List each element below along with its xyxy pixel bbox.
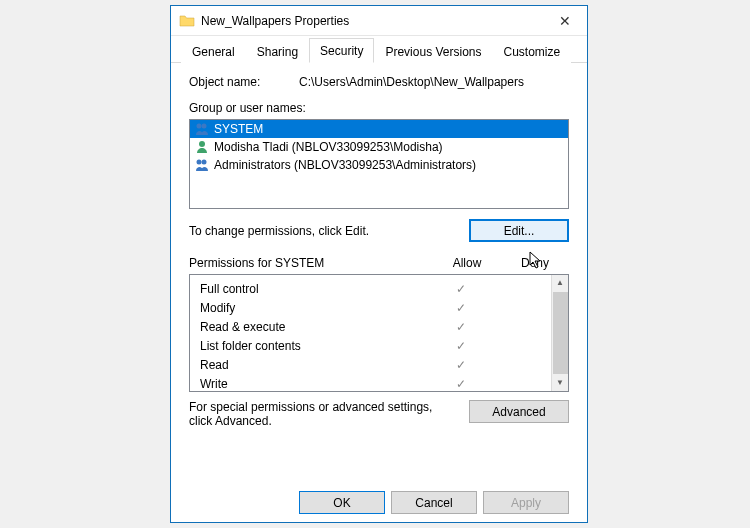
check-icon: ✓ xyxy=(456,301,466,315)
dialog-footer: OK Cancel Apply xyxy=(171,491,587,514)
user-icon xyxy=(194,139,210,155)
folder-icon xyxy=(179,13,195,29)
tab-security[interactable]: Security xyxy=(309,38,374,63)
permissions-header: Permissions for SYSTEM Allow Deny xyxy=(189,256,569,270)
group-item-administrators[interactable]: Administrators (NBLOV33099253\Administra… xyxy=(190,156,568,174)
permission-name: List folder contents xyxy=(200,339,431,353)
allow-cell: ✓ xyxy=(431,377,491,391)
permissions-listbox: Full control ✓ Modify ✓ Read & execute ✓… xyxy=(189,274,569,392)
permission-row: Modify ✓ xyxy=(190,298,551,317)
svg-point-2 xyxy=(199,141,205,147)
permission-name: Read xyxy=(200,358,431,372)
svg-point-4 xyxy=(202,160,207,165)
group-item-label: SYSTEM xyxy=(214,122,263,136)
tabs: General Sharing Security Previous Versio… xyxy=(171,36,587,63)
object-name-value: C:\Users\Admin\Desktop\New_Wallpapers xyxy=(299,75,524,89)
edit-hint: To change permissions, click Edit. xyxy=(189,224,369,238)
ok-button[interactable]: OK xyxy=(299,491,385,514)
permission-row: List folder contents ✓ xyxy=(190,336,551,355)
titlebar: New_Wallpapers Properties ✕ xyxy=(171,6,587,36)
edit-button[interactable]: Edit... xyxy=(469,219,569,242)
edit-row: To change permissions, click Edit. Edit.… xyxy=(189,219,569,242)
permission-name: Read & execute xyxy=(200,320,431,334)
apply-button[interactable]: Apply xyxy=(483,491,569,514)
permission-row: Write ✓ xyxy=(190,374,551,391)
group-icon xyxy=(194,121,210,137)
advanced-row: For special permissions or advanced sett… xyxy=(189,400,569,428)
group-icon xyxy=(194,157,210,173)
chevron-up-icon[interactable]: ▲ xyxy=(556,275,564,291)
permission-row: Full control ✓ xyxy=(190,279,551,298)
permissions-list[interactable]: Full control ✓ Modify ✓ Read & execute ✓… xyxy=(190,275,551,391)
group-item-system[interactable]: SYSTEM xyxy=(190,120,568,138)
properties-window: New_Wallpapers Properties ✕ General Shar… xyxy=(170,5,588,523)
svg-point-3 xyxy=(197,160,202,165)
check-icon: ✓ xyxy=(456,320,466,334)
permission-row: Read ✓ xyxy=(190,355,551,374)
check-icon: ✓ xyxy=(456,358,466,372)
chevron-down-icon[interactable]: ▼ xyxy=(556,375,564,391)
svg-point-0 xyxy=(197,124,202,129)
advanced-button[interactable]: Advanced xyxy=(469,400,569,423)
object-name-row: Object name: C:\Users\Admin\Desktop\New_… xyxy=(189,75,569,89)
close-button[interactable]: ✕ xyxy=(543,6,587,36)
security-panel: Object name: C:\Users\Admin\Desktop\New_… xyxy=(171,63,587,436)
check-icon: ✓ xyxy=(456,339,466,353)
object-name-label: Object name: xyxy=(189,75,299,89)
advanced-hint: For special permissions or advanced sett… xyxy=(189,400,459,428)
group-item-label: Modisha Tladi (NBLOV33099253\Modisha) xyxy=(214,140,443,154)
allow-cell: ✓ xyxy=(431,282,491,296)
column-allow: Allow xyxy=(433,256,501,270)
permission-name: Write xyxy=(200,377,431,391)
tab-customize[interactable]: Customize xyxy=(492,39,571,63)
allow-cell: ✓ xyxy=(431,301,491,315)
allow-cell: ✓ xyxy=(431,358,491,372)
permissions-for-label: Permissions for SYSTEM xyxy=(189,256,433,270)
column-deny: Deny xyxy=(501,256,569,270)
permission-row: Read & execute ✓ xyxy=(190,317,551,336)
groups-label: Group or user names: xyxy=(189,101,569,115)
cancel-button[interactable]: Cancel xyxy=(391,491,477,514)
permission-name: Full control xyxy=(200,282,431,296)
group-item-user[interactable]: Modisha Tladi (NBLOV33099253\Modisha) xyxy=(190,138,568,156)
tab-sharing[interactable]: Sharing xyxy=(246,39,309,63)
check-icon: ✓ xyxy=(456,282,466,296)
groups-listbox[interactable]: SYSTEM Modisha Tladi (NBLOV33099253\Modi… xyxy=(189,119,569,209)
allow-cell: ✓ xyxy=(431,339,491,353)
scrollbar[interactable]: ▲ ▼ xyxy=(551,275,568,391)
allow-cell: ✓ xyxy=(431,320,491,334)
group-item-label: Administrators (NBLOV33099253\Administra… xyxy=(214,158,476,172)
tab-previous-versions[interactable]: Previous Versions xyxy=(374,39,492,63)
tab-general[interactable]: General xyxy=(181,39,246,63)
window-title: New_Wallpapers Properties xyxy=(201,14,543,28)
permission-name: Modify xyxy=(200,301,431,315)
svg-point-1 xyxy=(202,124,207,129)
scrollbar-thumb[interactable] xyxy=(553,292,568,374)
check-icon: ✓ xyxy=(456,377,466,391)
close-icon: ✕ xyxy=(559,13,571,29)
